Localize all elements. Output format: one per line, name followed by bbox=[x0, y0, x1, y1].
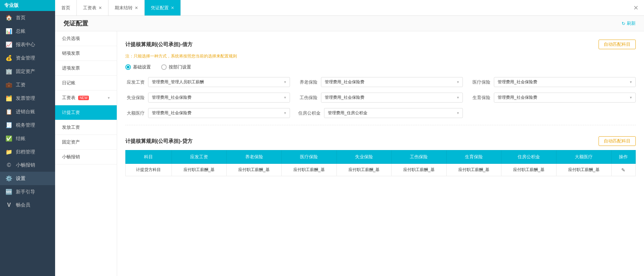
debit-form-row-3: 大额医疗 管理费用_社会保险费 ▾ 住房公积金 管理费用_住房公积金 ▾ bbox=[125, 108, 636, 118]
td-unemployment: 应付职工薪酬_基 bbox=[336, 164, 392, 176]
label-housing-fund: 住房公积金 bbox=[298, 110, 321, 116]
nav-salary-table[interactable]: 工资表 NEW ▾ bbox=[55, 91, 117, 105]
field-major-medical: 大额医疗 管理费用_社会保险费 ▾ bbox=[125, 108, 290, 118]
sidebar-item-invoice[interactable]: 🗂️ 发票管理 bbox=[0, 92, 55, 105]
tab-voucher-config[interactable]: 凭证配置 ✕ bbox=[145, 0, 181, 15]
label-medical: 医疗保险 bbox=[471, 79, 490, 85]
label-pension: 养老保险 bbox=[298, 79, 318, 85]
credit-auto-match-button[interactable]: 自动匹配科目 bbox=[599, 136, 636, 146]
nav-public-options[interactable]: 公共选项 bbox=[55, 31, 117, 46]
select-unemployment[interactable]: 管理费用_社会保险费 ▾ bbox=[148, 93, 290, 103]
sidebar-item-archive[interactable]: 📁 归档管理 bbox=[0, 145, 55, 159]
debit-section-header: 计提核算规则(公司承担)-借方 自动匹配科目 bbox=[125, 40, 636, 49]
sidebar-item-home[interactable]: 🏠 首页 bbox=[0, 11, 55, 24]
radio-department[interactable]: 按部门设置 bbox=[161, 64, 191, 70]
refresh-icon: ↻ bbox=[622, 21, 625, 26]
right-content: 计提核算规则(公司承担)-借方 自动匹配科目 注：只能选择一种方式，系统将按照您… bbox=[117, 31, 644, 276]
content-area: 公共选项 销项发票 进项发票 日记账 工资表 NEW ▾ 计提工资 bbox=[55, 31, 644, 276]
debit-auto-match-button[interactable]: 自动匹配科目 bbox=[599, 40, 636, 49]
purchase-sales-icon: 📋 bbox=[6, 108, 12, 115]
page-header: 凭证配置 ↻ 刷新 bbox=[55, 16, 644, 31]
table-row: 计提贷方科目 应付职工薪酬_基 应付职工薪酬_基 应付职工薪酬_基 应付职工薪酬… bbox=[126, 164, 636, 176]
label-work-injury: 工伤保险 bbox=[298, 95, 318, 101]
field-pension: 养老保险 管理费用_社会保险费 ▾ bbox=[298, 77, 463, 87]
select-housing-fund[interactable]: 管理费用_住房公积金 ▾ bbox=[324, 108, 463, 118]
nav-input-invoice[interactable]: 进项发票 bbox=[55, 61, 117, 76]
nav-calc-salary[interactable]: 计提工资 bbox=[55, 105, 117, 120]
sidebar-item-tax[interactable]: 🧾 税务管理 bbox=[0, 118, 55, 132]
select-major-medical[interactable]: 管理费用_社会保险费 ▾ bbox=[148, 108, 290, 118]
label-unemployment: 失业保险 bbox=[125, 95, 145, 101]
settings-icon: ⚙️ bbox=[6, 175, 12, 182]
close-all-button[interactable]: ✕ bbox=[628, 0, 644, 15]
tab-salary-table[interactable]: 工资表 ✕ bbox=[77, 0, 108, 15]
sidebar-item-settings[interactable]: ⚙️ 设置 bbox=[0, 172, 55, 185]
td-action[interactable]: ✎ bbox=[611, 164, 635, 176]
edit-icon[interactable]: ✎ bbox=[621, 167, 625, 173]
nav-fixed-assets[interactable]: 固定资产 bbox=[55, 135, 117, 150]
field-maternity: 生育保险 管理费用_社会保险费 ▾ bbox=[471, 93, 636, 103]
app-title: 专业版 bbox=[0, 0, 55, 11]
nav-xiao-chang[interactable]: 小畅报销 bbox=[55, 150, 117, 164]
td-housing-fund: 应付职工薪酬_基 bbox=[501, 164, 557, 176]
notice-text: 注：只能选择一种方式，系统将按照您当前的选择来配置规则 bbox=[125, 53, 636, 59]
main-area: 首页 工资表 ✕ 期末结转 ✕ 凭证配置 ✕ ✕ 凭证配置 ↻ 刷新 公共选项 bbox=[55, 0, 644, 276]
th-unemployment: 失业保险 bbox=[336, 150, 392, 164]
tab-period-carry[interactable]: 期末结转 ✕ bbox=[108, 0, 145, 15]
refresh-button[interactable]: ↻ 刷新 bbox=[622, 20, 636, 26]
sidebar-item-guide[interactable]: 🆕 新手引导 bbox=[0, 185, 55, 199]
radio-basic-circle bbox=[125, 64, 131, 70]
chevron-down-icon: ▾ bbox=[630, 80, 632, 84]
credit-section-title: 计提核算规则(公司承担)-贷方 bbox=[125, 138, 193, 145]
tab-home[interactable]: 首页 bbox=[55, 0, 77, 15]
select-pension[interactable]: 管理费用_社会保险费 ▾ bbox=[321, 77, 463, 87]
td-subject: 计提贷方科目 bbox=[126, 164, 172, 176]
label-maternity: 生育保险 bbox=[471, 95, 490, 101]
select-work-injury[interactable]: 管理费用_社会保险费 ▾ bbox=[321, 93, 463, 103]
sidebar-item-fixed-assets[interactable]: 🏢 固定资产 bbox=[0, 65, 55, 78]
td-medical: 应付职工薪酬_基 bbox=[282, 164, 337, 176]
radio-group: 基础设置 按部门设置 bbox=[125, 64, 636, 70]
field-work-injury: 工伤保险 管理费用_社会保险费 ▾ bbox=[298, 93, 463, 103]
sidebar-item-report-center[interactable]: 📈 报表中心 bbox=[0, 38, 55, 51]
th-action: 操作 bbox=[611, 150, 635, 164]
select-maternity[interactable]: 管理费用_社会保险费 ▾ bbox=[494, 93, 636, 103]
nav-pay-salary[interactable]: 发放工资 bbox=[55, 120, 117, 135]
chevron-down-icon: ▾ bbox=[284, 111, 286, 115]
credit-section-header: 计提核算规则(公司承担)-贷方 自动匹配科目 bbox=[125, 136, 636, 146]
sidebar-item-general-ledger[interactable]: 📊 总账 bbox=[0, 24, 55, 38]
nav-cancel-invoice[interactable]: 销项发票 bbox=[55, 46, 117, 61]
th-work-injury: 工伤保险 bbox=[392, 150, 447, 164]
label-salary: 应发工资 bbox=[125, 79, 145, 85]
home-icon: 🏠 bbox=[6, 14, 12, 21]
th-maternity: 生育保险 bbox=[446, 150, 501, 164]
sidebar-item-xiao-chang[interactable]: © 小畅报销 bbox=[0, 159, 55, 172]
archive-icon: 📁 bbox=[6, 149, 12, 155]
td-work-injury: 应付职工薪酬_基 bbox=[392, 164, 447, 176]
sidebar-item-vip[interactable]: V 畅会员 bbox=[0, 199, 55, 212]
close-voucher-config-icon[interactable]: ✕ bbox=[171, 6, 174, 10]
sidebar-item-salary[interactable]: 💼 工资 bbox=[0, 78, 55, 92]
th-pension: 养老保险 bbox=[227, 150, 282, 164]
label-major-medical: 大额医疗 bbox=[125, 110, 145, 116]
general-ledger-icon: 📊 bbox=[6, 28, 12, 34]
chevron-down-icon: ▾ bbox=[457, 80, 459, 84]
sidebar: 专业版 🏠 首页 📊 总账 📈 报表中心 💰 资金管理 🏢 固定资产 💼 工资 … bbox=[0, 0, 55, 276]
close-salary-table-icon[interactable]: ✕ bbox=[98, 6, 102, 10]
radio-basic[interactable]: 基础设置 bbox=[125, 64, 151, 70]
chevron-down-icon: ▾ bbox=[284, 95, 286, 100]
td-maternity: 应付职工薪酬_基 bbox=[446, 164, 501, 176]
field-housing-fund: 住房公积金 管理费用_住房公积金 ▾ bbox=[298, 108, 463, 118]
close-period-carry-icon[interactable]: ✕ bbox=[135, 6, 138, 10]
sidebar-item-fund[interactable]: 💰 资金管理 bbox=[0, 51, 55, 65]
select-medical[interactable]: 管理费用_社会保险费 ▾ bbox=[494, 77, 636, 87]
chevron-down-icon: ▾ bbox=[108, 96, 110, 100]
select-salary[interactable]: 管理费用_管理人员职工薪酬 ▾ bbox=[148, 77, 290, 87]
radio-department-circle bbox=[161, 64, 167, 70]
chevron-down-icon: ▾ bbox=[457, 95, 459, 100]
sidebar-item-settlement[interactable]: ✅ 结账 bbox=[0, 132, 55, 145]
sidebar-item-purchase-sales[interactable]: 📋 进销台账 bbox=[0, 105, 55, 118]
chevron-down-icon: ▾ bbox=[630, 95, 632, 100]
nav-journal[interactable]: 日记账 bbox=[55, 76, 117, 91]
field-salary: 应发工资 管理费用_管理人员职工薪酬 ▾ bbox=[125, 77, 290, 87]
